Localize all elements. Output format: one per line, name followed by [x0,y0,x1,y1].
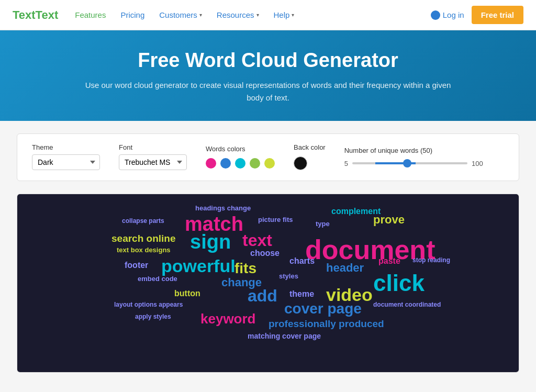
slider-max: 100 [472,160,483,167]
nav-links: Features Pricing Customers ▾ Resources ▾… [75,10,431,19]
word-item: headings change [195,205,251,211]
nav-pricing[interactable]: Pricing [120,10,144,19]
word-item: choose [250,249,280,257]
controls-card: Theme Dark Light Colorful Font Trebuchet… [17,133,519,181]
color-dot-cyan[interactable] [235,158,245,169]
color-dot-yellow[interactable] [264,158,275,169]
chevron-down-icon: ▾ [256,12,259,18]
word-item: cover page [284,301,362,316]
unique-words-label: Number of unique words (50) [344,147,483,154]
back-color-label: Back color [294,143,326,151]
user-icon [431,10,440,20]
login-button[interactable]: Log in [431,10,464,20]
word-item: keyword [200,312,256,326]
word-item: text box designs [117,247,171,253]
nav-right: Log in Free trial [431,6,523,24]
hero-section: Free Word Cloud Generator Use our word c… [0,30,536,121]
wordcloud-wrapper: headings changecollapse partsmatchpictur… [17,194,519,373]
chevron-down-icon: ▾ [199,12,202,18]
color-dot-pink[interactable] [206,158,216,169]
color-dot-green[interactable] [250,158,260,169]
nav-customers[interactable]: Customers ▾ [159,10,202,19]
theme-control: Theme Dark Light Colorful [32,143,100,170]
word-item: click [373,272,425,295]
color-dot-blue[interactable] [220,158,231,169]
word-item: professionally produced [269,319,384,329]
word-item: sign [190,232,231,252]
hero-title: Free Word Cloud Generator [10,49,526,72]
free-trial-button[interactable]: Free trial [472,6,523,24]
word-item: header [326,262,364,274]
word-item: apply styles [135,313,171,320]
word-item: matching cover page [248,332,321,340]
font-control: Font Trebuchet MS Arial Georgia Courier … [119,143,187,170]
nav-features[interactable]: Features [75,10,106,19]
word-item: powerful [161,257,236,275]
word-item: collapse parts [122,218,164,224]
words-colors-label: Words colors [206,145,275,153]
navbar: TextText Features Pricing Customers ▾ Re… [0,0,536,30]
theme-label: Theme [32,143,100,151]
word-item: prove [373,214,405,226]
chevron-down-icon: ▾ [292,12,294,18]
word-item: styles [279,273,298,279]
hero-subtitle: Use our word cloud generator to create v… [80,79,456,104]
word-item: add [248,287,277,304]
word-item: stop reading [412,257,450,263]
back-color-dot[interactable] [294,156,307,170]
slider-container: 5 100 [344,160,483,167]
word-item: type [316,220,330,227]
font-select[interactable]: Trebuchet MS Arial Georgia Courier New [119,154,187,170]
word-item: text [242,232,272,249]
theme-select[interactable]: Dark Light Colorful [32,154,100,170]
word-item: embed code [138,275,177,282]
slider-min: 5 [344,160,348,167]
nav-resources[interactable]: Resources ▾ [217,10,259,19]
word-item: button [174,289,200,298]
logo[interactable]: TextText [13,8,58,22]
nav-help[interactable]: Help ▾ [274,10,295,19]
unique-words-slider[interactable] [352,162,467,164]
back-color-control: Back color [294,143,326,170]
word-item: fits [234,261,256,276]
word-item: paste [378,257,400,265]
color-dots-container [206,158,275,169]
word-item: document coordinated [373,301,441,308]
wordcloud: headings changecollapse partsmatchpictur… [17,194,519,372]
word-item: theme [289,290,314,298]
logo-text-color: Text [13,8,36,21]
unique-words-control: Number of unique words (50) 5 100 [344,147,483,167]
word-item: layout options appears [114,301,183,308]
words-colors-control: Words colors [206,145,275,169]
word-item: search online [111,233,176,243]
word-item: footer [125,261,148,270]
word-item: picture fits [258,216,293,223]
font-label: Font [119,143,187,151]
word-item: charts [289,257,315,265]
